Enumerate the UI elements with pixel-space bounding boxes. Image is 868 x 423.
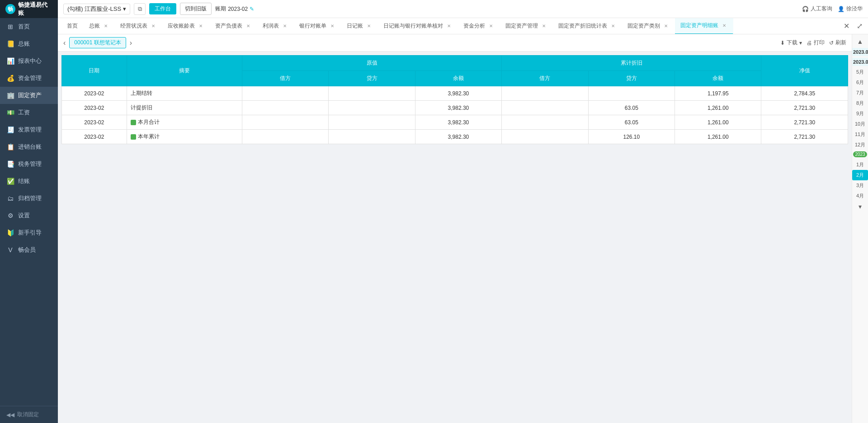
tab-ledger[interactable]: 总账✕ [84, 18, 115, 34]
sidebar-item-member[interactable]: V畅会员 [0, 241, 58, 258]
close-all-button[interactable]: ✕ [842, 21, 851, 31]
nav-next-button[interactable]: › [130, 39, 132, 47]
tab-close-balance[interactable]: ✕ [245, 23, 251, 29]
sidebar-item-funds[interactable]: 💰资金管理 [0, 70, 58, 87]
sidebar-icon-guide: 🔰 [6, 229, 14, 236]
maximize-button[interactable]: ⤢ [855, 21, 864, 31]
tab-fixed-detail[interactable]: 固定资产明细账✕ [675, 18, 733, 34]
sidebar-item-settlement[interactable]: ✅结账 [0, 173, 58, 190]
tabbar: 首页总账✕经营状况表✕应收账龄表✕资产负债表✕利润表✕银行对账单✕日记账✕日记账… [58, 18, 868, 34]
nav-prev-button[interactable]: ‹ [63, 39, 66, 47]
sidebar-item-settings[interactable]: ⚙设置 [0, 207, 58, 224]
scroll-up-button[interactable]: ▲ [855, 36, 865, 47]
tab-close-fixed-category[interactable]: ✕ [663, 23, 669, 29]
tab-label-home: 首页 [67, 22, 78, 30]
sidebar-icon-invoice: 🧾 [6, 126, 14, 133]
scroll-down-button[interactable]: ▾ [857, 201, 863, 212]
tab-balance[interactable]: 资产负债表✕ [210, 18, 257, 34]
rp-month-7[interactable]: 7月 [852, 88, 868, 98]
sidebar-item-reports[interactable]: 📊报表中心 [0, 52, 58, 70]
edit-icon[interactable]: ✎ [250, 6, 254, 12]
tab-close-profit[interactable]: ✕ [282, 23, 288, 29]
sidebar-logo: 畅 畅捷通易代账 [0, 0, 58, 18]
refresh-button[interactable]: ↺ 刷新 [829, 39, 846, 47]
rp-month-2-active[interactable]: 2月 [852, 170, 868, 180]
rp-month-1[interactable]: 1月 [852, 160, 868, 170]
download-icon: ⬇ [780, 40, 785, 46]
tab-management[interactable]: 经营状况表✕ [115, 18, 162, 34]
tab-journal[interactable]: 日记账✕ [341, 18, 378, 34]
rp-month-12[interactable]: 12月 [852, 140, 868, 150]
tab-fixed-mgmt[interactable]: 固定资产管理✕ [500, 18, 553, 34]
print-button[interactable]: 🖨 打印 [807, 39, 825, 47]
period-display: 账期 2023-02 ✎ [215, 5, 254, 13]
tab-receivable[interactable]: 应收账龄表✕ [162, 18, 210, 34]
tab-close-ledger[interactable]: ✕ [103, 23, 109, 29]
tab-close-fixed-detail[interactable]: ✕ [721, 23, 727, 29]
sidebar-item-tax[interactable]: 📑税务管理 [0, 155, 58, 173]
sidebar-label-invoice: 发票管理 [18, 126, 42, 134]
tab-home[interactable]: 首页 [61, 18, 84, 34]
rp-month-4[interactable]: 4月 [852, 191, 868, 201]
company-selector[interactable]: (勾稽) 江西服业-LSS ▾ [63, 4, 130, 14]
sidebar-item-sales[interactable]: 📋进销台账 [0, 138, 58, 155]
cell-accum-credit-0 [588, 86, 675, 101]
sidebar-item-ledger[interactable]: 📒总账 [0, 35, 58, 52]
cell-orig-credit-0 [329, 86, 415, 101]
rp-month-8[interactable]: 8月 [852, 98, 868, 108]
sidebar-item-fixed-assets[interactable]: 🏢固定资产 [0, 87, 58, 104]
rp-month-3[interactable]: 3月 [852, 180, 868, 191]
workspace-button[interactable]: 工作台 [149, 3, 176, 14]
th-orig-balance: 余额 [415, 71, 501, 86]
sidebar-label-fixed-assets: 固定资产 [18, 91, 42, 99]
cell-orig-debit-1 [242, 101, 328, 115]
user-avatar[interactable]: 👤 徐泾华 [838, 5, 863, 13]
print-label: 打印 [814, 39, 825, 47]
sidebar-item-invoice[interactable]: 🧾发票管理 [0, 121, 58, 138]
subnav: ‹ 000001 联想笔记本 › ⬇ 下载 ▾ 🖨 打印 ↺ 刷新 [58, 34, 852, 52]
tab-journal-bank[interactable]: 日记账与银行对账单核对✕ [378, 18, 458, 34]
service-button[interactable]: 🎧 人工客询 [802, 5, 832, 13]
sidebar-label-salary: 工资 [18, 108, 30, 117]
tab-close-receivable[interactable]: ✕ [198, 23, 204, 29]
rp-month-9[interactable]: 9月 [852, 108, 868, 119]
download-button[interactable]: ⬇ 下载 ▾ [780, 39, 802, 47]
switch-version-button[interactable]: 切到旧版 [180, 3, 212, 15]
tab-fund-analysis[interactable]: 资金分析✕ [458, 18, 500, 34]
th-original-value: 原值 [242, 56, 501, 71]
year-badge-2023: 2023 [853, 151, 867, 157]
tab-close-management[interactable]: ✕ [150, 23, 156, 29]
tab-close-fixed-depreciation[interactable]: ✕ [610, 23, 616, 29]
tab-close-fixed-mgmt[interactable]: ✕ [541, 23, 547, 29]
rp-month-6[interactable]: 6月 [852, 77, 868, 88]
tab-fixed-depreciation[interactable]: 固定资产折旧统计表✕ [553, 18, 622, 34]
rp-month-5[interactable]: 5月 [852, 67, 868, 77]
rp-month-10[interactable]: 10月 [852, 119, 868, 129]
fixed-asset-detail-table: 日期 摘要 原值 累计折旧 净值 借方 贷方 余额 借方 贷方 余额 [61, 55, 848, 144]
rp-month-11[interactable]: 11月 [852, 129, 868, 140]
sidebar-label-settlement: 结账 [18, 177, 30, 185]
sidebar-item-home[interactable]: ⊞首页 [0, 18, 58, 35]
tab-profit[interactable]: 利润表✕ [257, 18, 294, 34]
download-label: 下载 [787, 39, 797, 47]
tab-close-fund-analysis[interactable]: ✕ [488, 23, 494, 29]
main-content: ‹ 000001 联想笔记本 › ⬇ 下载 ▾ 🖨 打印 ↺ 刷新 [58, 34, 852, 423]
copy-button[interactable]: ⧉ [134, 3, 146, 15]
logo-text: 畅捷通易代账 [18, 1, 52, 17]
table-container: 日期 摘要 原值 累计折旧 净值 借方 贷方 余额 借方 贷方 余额 [58, 52, 852, 423]
sidebar-item-archive[interactable]: 🗂归档管理 [0, 190, 58, 207]
sidebar-icon-funds: 💰 [6, 75, 14, 82]
tab-close-journal-bank[interactable]: ✕ [446, 23, 452, 29]
sidebar-item-salary[interactable]: 💵工资 [0, 104, 58, 121]
sidebar-bottom-btn[interactable]: ◀◀ 取消固定 [0, 406, 58, 423]
tab-bank[interactable]: 银行对账单✕ [294, 18, 341, 34]
cell-orig-balance-1: 3,982.30 [415, 101, 501, 115]
tab-close-bank[interactable]: ✕ [329, 23, 335, 29]
breadcrumb[interactable]: 000001 联想笔记本 [69, 37, 126, 48]
tab-fixed-category[interactable]: 固定资产类别✕ [622, 18, 675, 34]
sidebar-label-guide: 新手引导 [18, 229, 42, 237]
cell-accum-debit-3 [502, 130, 588, 144]
user-name: 徐泾华 [846, 5, 863, 13]
sidebar-item-guide[interactable]: 🔰新手引导 [0, 224, 58, 241]
tab-close-journal[interactable]: ✕ [366, 23, 372, 29]
